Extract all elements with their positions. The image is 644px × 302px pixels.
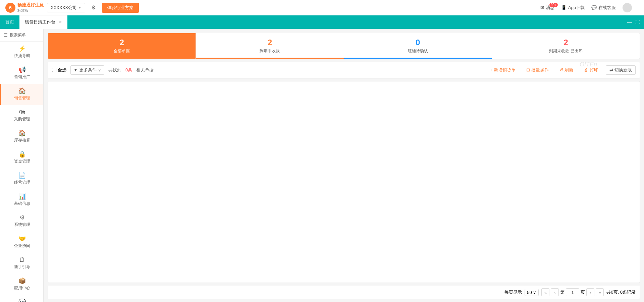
found-suffix: 相关单据 [136,67,154,73]
avatar[interactable] [623,3,632,12]
refresh-icon: ↺ [559,67,563,72]
pagination: 每页显示 50 ∨ « ‹ 第 页 › » 共0页, 0条记录 [48,286,640,299]
sidebar-item-inventory[interactable]: 🏠 库存核算 [0,126,43,147]
sidebar-purchase-label: 采购管理 [14,116,30,122]
add-order-button[interactable]: + 新增销货单 [487,66,519,74]
sidebar-search-label: 搜索菜单 [10,32,26,38]
sidebar-item-enterprise[interactable]: 🤝 企业协同 [0,232,43,253]
card-indicator-overdue [196,58,343,59]
sidebar-sales-label: 销售管理 [14,95,30,101]
select-all-checkbox[interactable]: 全选 [52,67,66,73]
sidebar-quick-nav-label: 快捷导航 [14,53,30,59]
tab-cashflow-label: 钱货日清工作台 [25,19,55,25]
settings-icon[interactable]: ⚙ [89,3,99,13]
last-page-button[interactable]: » [596,288,604,296]
sidebar-item-basic-info[interactable]: 📊 基础信息 [0,189,43,210]
tab-minimize-icon[interactable]: — [627,19,632,25]
batch-operation-button[interactable]: ⊞ 批量操作 [523,66,552,74]
toolbar-right: + 新增销货单 ⊞ 批量操作 ↺ 刷新 🖨 打印 ⇄ 切换新版 [487,65,636,75]
tab-bar-actions: — ⛶ [623,15,644,29]
logo-main-text: 畅捷通好生意 [17,2,44,8]
app-download-label: App下载 [568,5,585,11]
add-icon: + 新增销货单 [490,67,516,73]
header-left: 6 畅捷通好生意 标准版 XXXXXX公司 ▼ ⚙ 体验行业方案 [5,2,139,13]
switch-version-button[interactable]: ⇄ 切换新版 [606,65,636,75]
print-button[interactable]: 🖨 打印 [581,66,602,74]
guide-icon: 🗒 [19,257,25,263]
sidebar-item-operations[interactable]: 📄 经营管理 [0,168,43,189]
toolbar: 全选 ▼ 更多条件 ∨ 共找到 0条 相关单据 + 新增销货单 ⊞ 批量操作 [48,62,640,78]
summary-card-pending[interactable]: 0 旺辅待确认 [344,33,492,59]
select-all-label: 全选 [58,67,66,73]
online-service-label: 在线客服 [598,5,616,11]
capital-icon: 🔒 [18,151,26,157]
company-name: XXXXXX公司 [51,5,77,11]
sidebar: ☰ 搜索菜单 ⚡ 快捷导航 📢 营销推广 🏠 销售管理 🛍 采购管理 🏠 库存核… [0,29,44,302]
card-label-pending: 旺辅待确认 [350,48,486,54]
tab-home[interactable]: 首页 [0,15,19,29]
sidebar-item-purchase[interactable]: 🛍 采购管理 [0,105,43,126]
filter-label: 更多条件 [79,67,97,73]
summary-cards: 2 全部单据 2 到期未收款 0 旺辅待确认 2 到期未收款 已出库 [48,33,640,59]
message-icon: ✉ [540,5,544,10]
tab-close-icon[interactable]: ✕ [59,20,62,24]
trial-button[interactable]: 体验行业方案 [102,3,139,13]
prev-page-button[interactable]: ‹ [551,288,559,296]
per-page-select[interactable]: 50 ∨ [525,289,539,296]
sidebar-item-sales[interactable]: 🏠 销售管理 [0,84,43,105]
tab-home-label: 首页 [5,19,14,25]
tab-cashflow[interactable]: 钱货日清工作台 ✕ [19,15,67,29]
card-label-overdue: 到期未收款 [201,48,338,54]
app-center-icon: 📦 [18,278,26,284]
tab-maximize-icon[interactable]: ⛶ [635,19,640,25]
online-service-action[interactable]: 💬 在线客服 [591,5,616,11]
sidebar-item-guide[interactable]: 🗒 新手引导 [0,253,43,274]
card-indicator-pending [344,58,492,59]
enterprise-icon: 🤝 [18,236,26,242]
purchase-icon: 🛍 [19,109,25,115]
service-icon: 💬 [591,5,597,10]
sidebar-guide-label: 新手引导 [14,264,30,270]
sidebar-basic-info-label: 基础信息 [14,201,30,206]
card-count-overdue: 2 [201,38,338,48]
card-count-pending: 0 [350,38,486,48]
sidebar-item-marketing[interactable]: 📢 营销推广 [0,63,43,84]
sidebar-item-system[interactable]: ⚙ 系统管理 [0,210,43,232]
per-page-chevron: ∨ [533,290,536,295]
filter-button[interactable]: ▼ 更多条件 ∨ [70,65,104,75]
company-selector[interactable]: XXXXXX公司 ▼ [47,3,85,12]
refresh-button[interactable]: ↺ 刷新 [556,66,577,74]
sidebar-item-capital[interactable]: 🔒 资金管理 [0,147,43,168]
summary-card-overdue[interactable]: 2 到期未收款 [196,33,344,59]
first-page-button[interactable]: « [541,288,549,296]
switch-icon: ⇄ [609,67,613,72]
select-all-input[interactable] [52,68,56,72]
print-icon: 🖨 [584,67,588,72]
header-right: ✉ 消息 99+ 📱 App下载 💬 在线客服 [540,3,639,12]
card-count-shipped: 2 [497,38,634,48]
main-layout: ☰ 搜索菜单 ⚡ 快捷导航 📢 营销推广 🏠 销售管理 🛍 采购管理 🏠 库存核… [0,29,644,302]
sidebar-capital-label: 资金管理 [14,159,30,164]
page-prefix: 第 [560,289,565,295]
summary-card-shipped[interactable]: 2 到期未收款 已出库 [492,33,640,59]
summary-card-all[interactable]: 2 全部单据 [48,33,196,59]
inventory-icon: 🏠 [18,130,26,136]
page-input[interactable] [566,288,579,296]
print-label: 打印 [590,67,598,73]
per-page-value: 50 [527,290,532,295]
logo-sub-text: 标准版 [17,8,44,13]
sidebar-item-app-center[interactable]: 📦 应用中心 [0,274,43,295]
next-page-button[interactable]: › [586,288,594,296]
operations-icon: 📄 [18,172,26,178]
app-download-action[interactable]: 📱 App下载 [561,5,585,11]
filter-chevron: ∨ [98,67,101,72]
sidebar-item-wechat[interactable]: 💬 企业微信 [0,295,43,302]
sidebar-item-search[interactable]: ☰ 搜索菜单 [0,29,43,42]
sidebar-app-center-label: 应用中心 [14,285,30,291]
card-label-shipped: 到期未收款 已出库 [497,48,634,54]
sidebar-item-quick-nav[interactable]: ⚡ 快捷导航 [0,42,43,63]
page-nav: « ‹ 第 页 › » [541,288,604,296]
message-action[interactable]: ✉ 消息 99+ [540,5,554,11]
logo-area: 6 畅捷通好生意 标准版 [5,2,44,13]
table-area [48,81,640,283]
